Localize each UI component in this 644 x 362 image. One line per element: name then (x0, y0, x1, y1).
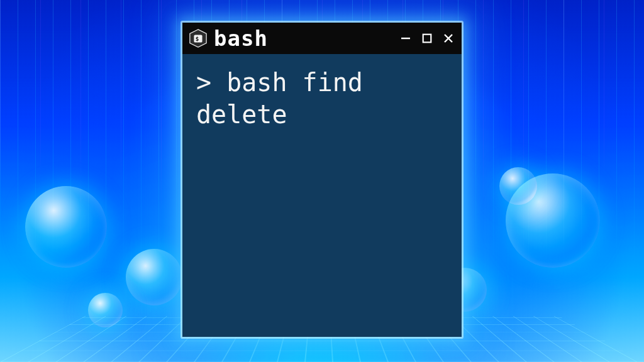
background-orb (25, 186, 107, 268)
bash-terminal-icon: $ (187, 28, 209, 49)
background-orb (499, 167, 537, 205)
background-orb (126, 249, 182, 305)
svg-text:$: $ (196, 35, 199, 42)
window-controls (399, 31, 455, 45)
prompt: > (196, 68, 226, 97)
window-titlebar[interactable]: $ bash (182, 23, 462, 54)
terminal-body[interactable]: > bash find delete (182, 54, 462, 337)
window-title: bash (214, 28, 394, 49)
svg-rect-4 (423, 35, 431, 43)
close-button[interactable] (441, 31, 455, 45)
terminal-window[interactable]: $ bash > bash find delete (182, 23, 462, 337)
background-orb (88, 293, 123, 327)
maximize-button[interactable] (420, 31, 434, 45)
minimize-button[interactable] (399, 31, 413, 45)
